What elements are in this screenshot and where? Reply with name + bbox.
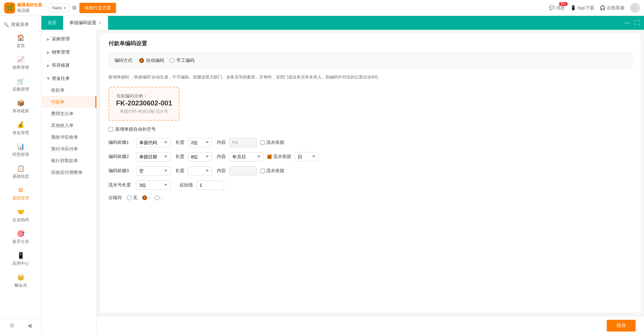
sep-none[interactable]: 无: [127, 195, 137, 201]
prefix3-length-select[interactable]: [188, 166, 212, 176]
tab-close-icon[interactable]: ×: [99, 20, 102, 25]
settings-bottom-icon[interactable]: ⚙: [10, 322, 15, 329]
prefix3-serial-checkbox[interactable]: [260, 169, 265, 173]
prefix3-content-label: 内容: [217, 168, 226, 174]
topbar-right: 💬 消息 99+ 📱 App下载 🎧 在线客服: [549, 3, 640, 13]
topbar: 🌿 畅通道好生意 拓品版 Nare ▼ ⚙ 体验行业方案 💬 消息 99+ 📱 …: [0, 0, 644, 16]
topbar-middle: Nare ▼ ⚙ 体验行业方案: [49, 3, 546, 13]
serial-length-label: 流水号长度: [108, 182, 133, 188]
sub-menu-sales-header[interactable]: ▶ 销售管理: [41, 46, 96, 58]
prefix3-content-input[interactable]: [229, 166, 257, 176]
prefix2-length-select[interactable]: 8位 6位 4位: [188, 152, 212, 161]
message-btn[interactable]: 💬 消息 99+: [549, 5, 565, 11]
prefix1-length-select[interactable]: 2位 3位 4位: [188, 138, 212, 147]
sidebar-item-newguide[interactable]: 🎯 新手引导: [0, 226, 41, 248]
logo: 🌿 畅通道好生意 拓品版: [4, 2, 46, 13]
content-wrapper: 付款单编码设置 编码方式 自动编码 手工编码: [97, 30, 644, 335]
prefix1-serial-check[interactable]: 流水依据: [260, 139, 284, 146]
sep-dash[interactable]: -: [142, 195, 150, 200]
prefix3-serial-check[interactable]: 流水依据: [260, 168, 284, 174]
prefix3-label: 编码前缀3: [108, 168, 133, 174]
sub-menu-ar-ap-adjust[interactable]: 应收应付调整单: [41, 167, 96, 178]
sep-none-radio[interactable]: [127, 195, 132, 200]
sep-dot[interactable]: .: [155, 195, 162, 200]
prefix2-select[interactable]: 单据日期 单据代码 部门 空: [136, 152, 171, 161]
sidebar-item-operations[interactable]: 📊 经营管理: [0, 139, 41, 161]
manual-encode-radio[interactable]: 手工编码: [170, 57, 194, 64]
maximize-icon[interactable]: ⛶: [633, 18, 641, 27]
logo-text: 畅通道好生意 拓品版: [17, 2, 42, 13]
prefix2-serial-unit-select[interactable]: 日 月 年: [295, 152, 319, 161]
settings-icon[interactable]: ⚙: [72, 4, 77, 11]
sub-menu-prepay-receivable[interactable]: 预收冲应收单: [41, 131, 96, 143]
sub-menu-payment[interactable]: 付款单: [41, 96, 96, 108]
sidebar-item-home[interactable]: 🏠 首页: [0, 30, 41, 52]
sub-menu-inventory: ▶ 库存核算: [41, 59, 96, 71]
app-download-btn[interactable]: 📱 App下载: [570, 5, 594, 11]
auto-fill-checkbox[interactable]: [108, 127, 113, 132]
collapse-icon[interactable]: ◀: [27, 322, 31, 329]
sep-dot-radio[interactable]: [155, 195, 160, 200]
sub-menu-sales: ▶ 销售管理: [41, 46, 96, 58]
user-avatar[interactable]: [630, 3, 640, 13]
serial-start-input[interactable]: [196, 180, 224, 190]
prefix1-select[interactable]: 单据代码 部门 业务员 空: [136, 138, 171, 147]
sidebar-item-system[interactable]: ⚙ 系统管理: [0, 183, 41, 205]
online-support-btn[interactable]: 🎧 在线客服: [600, 5, 625, 11]
info-text: 新增单据时，'单据编码'自动生成，不可编辑。前缀设置为部门、业务员等档案类，开单…: [108, 74, 632, 81]
sub-menu-inventory-header[interactable]: ▶ 库存核算: [41, 59, 96, 71]
sub-menu-funds-header[interactable]: ▶ 资金往来: [41, 73, 96, 84]
prefix3-select[interactable]: 空 单据代码 部门 业务员: [136, 166, 171, 176]
sep-dash-radio[interactable]: [142, 195, 147, 200]
content: ▶ 采购管理 ▶ 销售管理 ▶ 库存核算: [41, 30, 644, 335]
sub-menu-purchase-header[interactable]: ▶ 采购管理: [41, 33, 96, 45]
sidebar-search[interactable]: 🔍 搜索菜单: [0, 19, 41, 30]
sub-menu-purchase: ▶ 采购管理: [41, 33, 96, 45]
company-dropdown[interactable]: Nare ▼: [49, 3, 69, 12]
tabbar-actions: — ⛶: [623, 18, 644, 27]
serial-row: 流水号长度 3位 4位 5位 起始值: [108, 180, 632, 190]
sidebar-item-purchase[interactable]: 🛒 采购管理: [0, 74, 41, 96]
auto-encode-radio[interactable]: 自动编码: [139, 57, 164, 64]
prefix1-length-label: 长度: [175, 139, 184, 146]
sub-menu-other-income[interactable]: 其他收入单: [41, 120, 96, 131]
minimize-icon[interactable]: —: [623, 18, 632, 27]
tab-home[interactable]: 首页: [41, 16, 63, 30]
message-badge: 99+: [559, 2, 568, 6]
trial-btn[interactable]: 体验行业方案: [79, 3, 116, 13]
prefix2-serial-check[interactable]: 流水依据: [267, 153, 291, 160]
preview-code: FK-20230602-001: [116, 99, 172, 107]
enterprise-icon: 🤝: [17, 208, 25, 216]
prefix1-serial-checkbox[interactable]: [260, 140, 265, 145]
prefix1-content-label: 内容: [217, 139, 226, 146]
sidebar-item-finance[interactable]: 💰 资金管理: [0, 118, 41, 139]
sidebar-item-inventory[interactable]: 📦 库存核算: [0, 96, 41, 118]
sidebar-item-sales[interactable]: 📈 销售管理: [0, 52, 41, 74]
sub-menu-expense[interactable]: 费用支出单: [41, 108, 96, 120]
app-body: 🔍 搜索菜单 🏠 首页 📈 销售管理 🛒 采购管理 📦 库存核算 💰 资金管理 …: [0, 16, 644, 335]
logo-icon: 🌿: [4, 2, 15, 13]
serial-length-select[interactable]: 3位 4位 5位: [136, 180, 171, 190]
encoding-method-label: 编码方式: [114, 57, 132, 64]
arrow-down-icon: ▶: [47, 77, 50, 80]
manual-encode-input[interactable]: [170, 58, 174, 63]
tabbar: 首页 单据编码设置 × — ⛶: [41, 16, 644, 30]
tab-encoding[interactable]: 单据编码设置 ×: [63, 16, 108, 30]
prefix2-content-select[interactable]: 年月日 年月 年: [229, 152, 264, 161]
auto-encode-input[interactable]: [139, 58, 144, 63]
sidebar-item-member[interactable]: 👑 畅会员: [0, 270, 41, 292]
sub-menu-prepay-payable[interactable]: 预付冲应付单: [41, 143, 96, 155]
prefix2-content-label: 内容: [217, 153, 226, 160]
prefix2-serial-checkbox[interactable]: [267, 155, 272, 159]
sub-menu-bank-deposit[interactable]: 银行存取款单: [41, 155, 96, 167]
sidebar-item-base[interactable]: 📋 基础信息: [0, 161, 41, 183]
prefix1-content-input[interactable]: [229, 138, 257, 147]
save-button[interactable]: 保存: [607, 320, 636, 332]
sidebar-item-appcenter[interactable]: 📱 应用中心: [0, 248, 41, 270]
sidebar-item-enterprise[interactable]: 🤝 企业协同: [0, 205, 41, 226]
home-icon: 🏠: [17, 34, 25, 41]
sub-menu-receipt[interactable]: 收款单: [41, 84, 96, 96]
auto-fill-row: 新增单据自动补空号: [108, 126, 632, 132]
sales-icon: 📈: [17, 56, 25, 63]
sub-menu-funds: ▶ 资金往来 收款单 付款单 费用支出单 其他收入单 预收冲应收单 预付冲应付单…: [41, 73, 96, 178]
